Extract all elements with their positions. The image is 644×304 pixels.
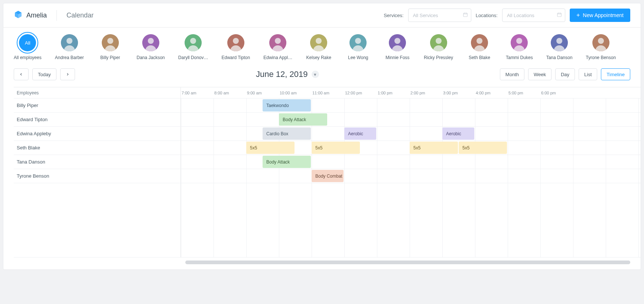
timeline-event[interactable]: Body Attack xyxy=(279,113,327,126)
view-timeline-button[interactable]: Timeline xyxy=(601,68,630,80)
avatar xyxy=(551,34,568,51)
calendar-toolbar: Today June 12, 2019 ▾ Month Week Day Lis… xyxy=(3,65,641,87)
avatar xyxy=(185,34,202,51)
timeline-event[interactable]: Aerobic xyxy=(442,127,474,140)
employee-chip-label: Edwina Appl… xyxy=(263,55,292,60)
employee-chip-label: Seth Blake xyxy=(469,55,490,60)
svg-point-19 xyxy=(394,38,400,44)
employee-chip[interactable]: Tana Danson xyxy=(546,34,573,60)
timeline-event[interactable]: Taekwondo xyxy=(263,99,311,111)
hour-label: 7:00 am xyxy=(182,91,196,95)
employee-chip[interactable]: Seth Blake xyxy=(466,34,492,60)
svg-point-3 xyxy=(66,38,72,44)
timeline-event[interactable]: 5x5 xyxy=(312,142,360,154)
svg-point-27 xyxy=(556,38,562,44)
hour-label: 9:00 am xyxy=(247,91,262,95)
timeline-row: Tana DansonBody Attack xyxy=(14,155,641,169)
today-button[interactable]: Today xyxy=(32,68,56,80)
prev-button[interactable] xyxy=(14,68,29,80)
timeline-event[interactable]: 5x5 xyxy=(459,142,507,154)
timeline-event[interactable]: 5x5 xyxy=(410,142,458,154)
timeline-event[interactable]: Body Combat xyxy=(312,170,344,182)
services-filter-label: Services: xyxy=(384,13,403,18)
avatar xyxy=(61,34,78,51)
view-week-button[interactable]: Week xyxy=(528,68,552,80)
timeline-event[interactable]: Body Attack xyxy=(263,156,311,168)
employee-chip[interactable]: Tammi Dukes xyxy=(506,34,533,60)
timeline-filler xyxy=(14,183,641,258)
avatar xyxy=(592,34,609,51)
timeline-employees-header: Employees xyxy=(14,87,181,98)
hour-label: 3:00 pm xyxy=(443,91,458,95)
hour-label: 5:00 pm xyxy=(508,91,523,95)
timeline-event[interactable]: 5x5 xyxy=(246,142,295,154)
date-picker-toggle[interactable]: ▾ xyxy=(312,71,319,78)
employee-chip[interactable]: Kelsey Rake xyxy=(306,34,332,60)
timeline: Employees 7:00 am8:00 am9:00 am10:00 am1… xyxy=(14,87,641,258)
timeline-row: Billy PiperTaekwondo xyxy=(14,98,641,113)
employee-chip[interactable]: Ricky Pressley xyxy=(424,34,453,60)
employee-chip-label: Kelsey Rake xyxy=(306,55,331,60)
timeline-row: Edward TiptonBody Attack xyxy=(14,113,641,127)
employee-chip-label: Daryll Donov… xyxy=(178,55,208,60)
timeline-row-track[interactable]: Body Combat xyxy=(181,169,641,183)
employee-all-avatar: All xyxy=(19,34,36,51)
timeline-row-track[interactable]: Body Attack xyxy=(181,155,641,169)
svg-point-25 xyxy=(516,38,522,44)
plus-icon: + xyxy=(576,12,580,18)
locations-filter-label: Locations: xyxy=(476,13,498,18)
employee-chip-label: Edward Tipton xyxy=(222,55,250,60)
employee-chip[interactable]: Edward Tipton xyxy=(222,34,250,60)
avatar xyxy=(142,34,159,51)
avatar xyxy=(349,34,367,51)
hour-label: 1:00 pm xyxy=(378,91,393,95)
timeline-horizontal-scrollbar[interactable] xyxy=(185,261,630,266)
svg-point-11 xyxy=(233,38,239,44)
hour-label: 6:00 pm xyxy=(541,91,556,95)
svg-point-13 xyxy=(275,38,281,44)
timeline-row-employee: Billy Piper xyxy=(14,98,181,112)
employee-chip[interactable]: Dana Jackson xyxy=(137,34,165,60)
employee-chip-label: Tyrone Benson xyxy=(586,55,616,60)
timeline-row-employee: Tyrone Benson xyxy=(14,169,181,183)
timeline-event[interactable]: Cardio Box xyxy=(263,127,311,140)
services-select-placeholder: All Services xyxy=(413,13,438,18)
employee-chip[interactable]: Daryll Donov… xyxy=(178,34,208,60)
chevron-right-icon xyxy=(66,72,69,77)
employee-chip-label: Tana Danson xyxy=(546,55,573,60)
services-select[interactable]: All Services xyxy=(408,9,471,22)
timeline-scroll[interactable]: Employees 7:00 am8:00 am9:00 am10:00 am1… xyxy=(14,87,641,258)
employee-chip[interactable]: Lee Wong xyxy=(345,34,371,60)
new-appointment-label: New Appointment xyxy=(583,12,624,18)
svg-point-17 xyxy=(355,38,361,44)
employee-chip-all[interactable]: All All employees xyxy=(14,34,42,60)
timeline-row-track[interactable]: Cardio BoxAerobicAerobic xyxy=(181,127,641,140)
view-list-button[interactable]: List xyxy=(579,68,597,80)
employee-chip[interactable]: Minnie Foss xyxy=(384,34,410,60)
employee-chip[interactable]: Edwina Appl… xyxy=(263,34,292,60)
chevron-left-icon xyxy=(19,72,23,77)
view-month-button[interactable]: Month xyxy=(500,68,524,80)
timeline-row-employee: Edwina Appleby xyxy=(14,127,181,140)
svg-point-7 xyxy=(148,38,154,44)
brand-name: Amelia xyxy=(26,12,47,19)
employee-chip[interactable]: Andrea Barber xyxy=(55,34,84,60)
timeline-row-track[interactable]: Taekwondo xyxy=(181,98,641,112)
avatar xyxy=(389,34,406,51)
timeline-row-track[interactable]: 5x55x55x55x5 xyxy=(181,141,641,155)
timeline-row-track[interactable]: Body Attack xyxy=(181,113,641,126)
employee-chip[interactable]: Billy Piper xyxy=(97,34,123,60)
new-appointment-button[interactable]: + New Appointment xyxy=(570,9,630,22)
page-title: Calendar xyxy=(57,12,94,19)
employee-chip[interactable]: Tyrone Benson xyxy=(586,34,616,60)
next-button[interactable] xyxy=(60,68,75,80)
employee-chip-label: All employees xyxy=(14,55,42,60)
locations-select[interactable]: All Locations xyxy=(502,9,565,22)
employee-chip-label: Dana Jackson xyxy=(137,55,165,60)
avatar xyxy=(310,34,327,51)
hour-label: 11:00 am xyxy=(312,91,329,95)
view-day-button[interactable]: Day xyxy=(555,68,575,80)
timeline-event[interactable]: Aerobic xyxy=(344,127,376,140)
avatar xyxy=(511,34,528,51)
employee-chip-label: Tammi Dukes xyxy=(506,55,533,60)
